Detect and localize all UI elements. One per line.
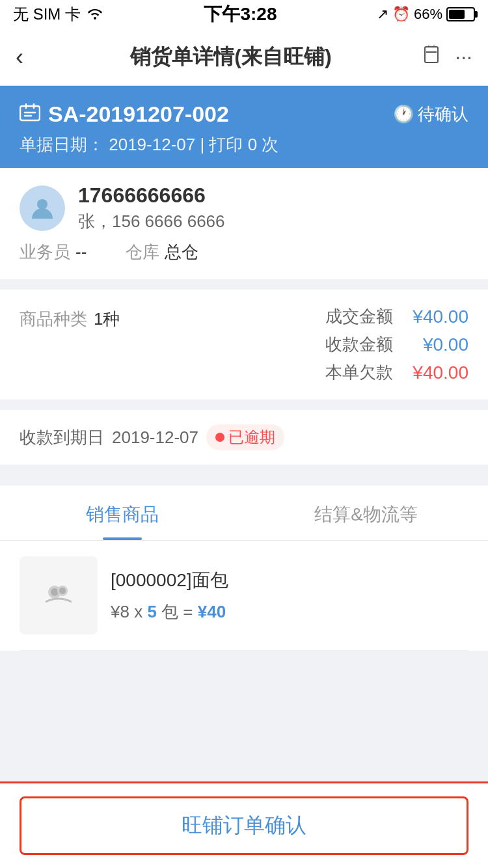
product-thumbnail — [20, 556, 98, 634]
back-button[interactable]: ‹ — [16, 44, 55, 71]
table-row: [0000002]面包 ¥8 x 5 包 = ¥40 — [20, 541, 468, 651]
tab-sales-label: 销售商品 — [86, 504, 159, 524]
order-header: SA-20191207-002 🕐 待确认 单据日期： 2019-12-07 |… — [0, 86, 488, 168]
order-id-row: SA-20191207-002 🕐 待确认 — [20, 102, 468, 127]
status-text: 待确认 — [418, 103, 468, 126]
customer-row: 17666666666 张，156 6666 6666 — [20, 183, 468, 233]
product-unit: 包 — [161, 602, 178, 621]
category-label: 商品种类 — [20, 308, 87, 331]
salesperson-value: -- — [75, 242, 87, 262]
overdue-badge: 已逾期 — [206, 424, 284, 450]
summary-section: 商品种类 1种 成交金额 ¥40.00 收款金额 ¥0.00 本单欠款 ¥40.… — [0, 290, 488, 400]
tab-settlement-label: 结算&物流等 — [314, 504, 418, 524]
divider-3 — [0, 465, 488, 475]
confirm-btn-container: 旺铺订单确认 — [0, 781, 488, 868]
salesperson-label: 业务员 — [20, 241, 70, 264]
more-icon[interactable]: ··· — [455, 45, 472, 69]
order-status: 🕐 待确认 — [393, 103, 468, 126]
tabs-container: 销售商品 结算&物流等 — [0, 485, 488, 541]
price-multiply: x — [134, 602, 147, 621]
warehouse-label: 仓库 — [126, 241, 159, 264]
order-date-row: 单据日期： 2019-12-07 | 打印 0 次 — [20, 133, 468, 156]
order-date: 2019-12-07 — [109, 135, 195, 154]
nav-bar: ‹ 销货单详情(来自旺铺) ··· — [0, 29, 488, 86]
divider-1 — [0, 279, 488, 290]
customer-section: 17666666666 张，156 6666 6666 业务员 -- 仓库 总仓 — [0, 168, 488, 279]
summary-left: 商品种类 1种 — [20, 305, 325, 331]
status-left: 无 SIM 卡 — [13, 4, 104, 25]
product-list: [0000002]面包 ¥8 x 5 包 = ¥40 — [0, 541, 488, 651]
divider-2 — [0, 400, 488, 410]
status-clock-icon: 🕐 — [393, 104, 414, 124]
overdue-text: 已逾期 — [228, 427, 275, 448]
amount-label-2: 收款金额 — [325, 333, 393, 356]
location-icon: ↗ — [377, 6, 388, 23]
product-name: [0000002]面包 — [111, 568, 468, 593]
svg-point-1 — [37, 199, 47, 210]
product-info: [0000002]面包 ¥8 x 5 包 = ¥40 — [111, 568, 468, 623]
share-icon[interactable] — [421, 44, 442, 70]
carrier-text: 无 SIM 卡 — [13, 4, 81, 25]
status-bar: 无 SIM 卡 下午3:28 ↗ ⏰ 66% — [0, 0, 488, 29]
confirm-order-button[interactable]: 旺铺订单确认 — [20, 796, 468, 855]
tab-sales-product[interactable]: 销售商品 — [0, 485, 244, 540]
order-id-icon — [20, 102, 40, 127]
due-label: 收款到期日 — [20, 426, 104, 449]
status-right: ↗ ⏰ 66% — [377, 6, 475, 23]
avatar — [20, 185, 65, 231]
order-id-text: SA-20191207-002 — [48, 102, 229, 127]
svg-point-3 — [51, 588, 59, 596]
due-section: 收款到期日 2019-12-07 已逾期 — [0, 410, 488, 465]
svg-point-5 — [59, 588, 66, 594]
product-price: ¥8 — [111, 602, 129, 621]
overdue-dot-icon — [215, 433, 224, 442]
summary-right: 成交金额 ¥40.00 收款金额 ¥0.00 本单欠款 ¥40.00 — [325, 305, 468, 384]
amount-label-3: 本单欠款 — [325, 361, 393, 384]
customer-phone: 17666666666 — [78, 183, 468, 208]
amount-value-3: ¥40.00 — [403, 362, 468, 383]
date-label: 单据日期： — [20, 135, 104, 154]
summary-grid: 商品种类 1种 成交金额 ¥40.00 收款金额 ¥0.00 本单欠款 ¥40.… — [20, 305, 468, 384]
order-id: SA-20191207-002 — [20, 102, 229, 127]
product-price-row: ¥8 x 5 包 = ¥40 — [111, 601, 468, 623]
equals-sign: = — [183, 602, 197, 621]
product-qty: 5 — [147, 602, 156, 621]
amount-row-2: 收款金额 ¥0.00 — [325, 333, 468, 356]
battery-icon — [446, 7, 475, 21]
amount-label-1: 成交金额 — [325, 305, 393, 328]
wifi-icon — [86, 5, 104, 23]
customer-info: 17666666666 张，156 6666 6666 — [78, 183, 468, 233]
page-title: 销货单详情(来自旺铺) — [55, 43, 407, 72]
amount-value-2: ¥0.00 — [403, 334, 468, 355]
customer-name: 张，156 6666 6666 — [78, 210, 468, 233]
nav-actions: ··· — [407, 44, 472, 70]
category-value: 1种 — [94, 308, 120, 331]
customer-meta-row: 业务员 -- 仓库 总仓 — [20, 241, 468, 264]
print-info: 打印 0 次 — [209, 135, 278, 154]
battery-text: 66% — [414, 6, 442, 23]
amount-row-3: 本单欠款 ¥40.00 — [325, 361, 468, 384]
alarm-icon: ⏰ — [392, 6, 410, 23]
separator: | — [200, 135, 209, 154]
amount-value-1: ¥40.00 — [403, 306, 468, 327]
tab-settlement[interactable]: 结算&物流等 — [244, 485, 488, 540]
status-time: 下午3:28 — [204, 2, 277, 27]
warehouse-value: 总仓 — [165, 241, 198, 264]
product-total: ¥40 — [198, 602, 226, 621]
due-date-value: 2019-12-07 — [112, 427, 198, 448]
amount-row-1: 成交金额 ¥40.00 — [325, 305, 468, 328]
